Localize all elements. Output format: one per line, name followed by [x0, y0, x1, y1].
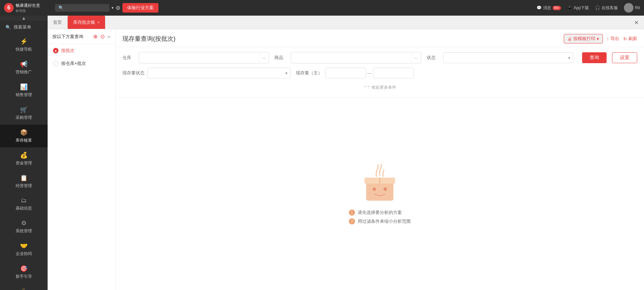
stock-amount-from-input[interactable] [325, 68, 366, 78]
goods-input-wrap: ··· [291, 52, 421, 64]
messages-badge: 99+ [553, 6, 561, 10]
sidebar-shortcuts-label: 快捷导航 [16, 47, 32, 52]
sidebar-item-search[interactable]: 🔍 搜索菜单 [0, 21, 48, 34]
refresh-label: 刷新 [628, 36, 637, 42]
header-search-box[interactable]: 🔍 [55, 4, 109, 12]
user-avatar [624, 3, 633, 13]
tab-bar: 首页 库存批次账 × ✕ [48, 16, 644, 29]
print-button[interactable]: 🖨 按模板打印 ▾ [564, 34, 603, 43]
warehouse-label: 仓库 [122, 55, 136, 61]
header-search-area: 🔍 ▾ ⚙ 体验行业方案 [55, 3, 533, 13]
logo-area: 6 畅康通好生意 标准版 [4, 3, 52, 13]
sidebar-enterprise-label: 企业协同 [16, 251, 32, 257]
sidebar-item-marketing[interactable]: 📢 营销推广 [0, 56, 48, 79]
scheme-collapse-icon[interactable]: « [107, 34, 111, 40]
empty-illustration [359, 163, 400, 204]
add-scheme-icon[interactable]: ⊕ [93, 33, 98, 40]
phone-icon: 📱 [567, 5, 572, 10]
logo-icon: 6 [4, 3, 14, 13]
query-button[interactable]: 查询 [582, 52, 607, 63]
scheme-dot-active: ● [53, 48, 58, 53]
sidebar-newbie-label: 新手引导 [16, 274, 32, 279]
sidebar-item-shortcuts[interactable]: ⚡ 快捷导航 [0, 34, 48, 56]
sidebar-marketing-label: 营销推广 [16, 69, 32, 75]
user-item[interactable]: Rit [624, 3, 640, 13]
sidebar-item-operations[interactable]: 📋 经营管理 [0, 170, 48, 193]
tab-home[interactable]: 首页 [48, 16, 68, 29]
svg-point-4 [384, 187, 387, 191]
page-content: 按以下方案查询 ⊕ ⊙ « ● 按批次 ○ 按仓库+批次 [48, 29, 644, 290]
cart-icon: 🛒 [20, 106, 28, 113]
stock-amount-dash: — [367, 71, 372, 76]
sidebar-scroll-up[interactable]: ▲ [0, 16, 48, 21]
sidebar-item-inventory[interactable]: 📦 库存核算 [0, 125, 48, 147]
sidebar-item-system[interactable]: ⚙ 系统管理 [0, 215, 48, 238]
messages-icon: 💬 [537, 5, 542, 10]
trial-button[interactable]: 体验行业方案 [122, 3, 158, 13]
status-label: 状态 [427, 55, 440, 61]
status-select[interactable] [443, 52, 573, 63]
goods-more-icon[interactable]: ··· [411, 52, 421, 63]
sidebar-item-purchase[interactable]: 🛒 采购管理 [0, 102, 48, 125]
stock-status-field: 现存量状态 ▾ [122, 68, 290, 78]
sidebar: ▲ 🔍 搜索菜单 ⚡ 快捷导航 📢 营销推广 📊 销售管理 🛒 采购管理 📦 库… [0, 16, 48, 290]
online-service-label: 在线客服 [601, 5, 618, 11]
tab-close-icon[interactable]: × [97, 20, 100, 25]
setting-button[interactable]: 设置 [612, 52, 637, 63]
printer-icon: 🖨 [567, 36, 572, 41]
step-1-text: 请先选择要分析的方案 [358, 210, 402, 216]
content-area: 首页 库存批次账 × ✕ 按以下方案查询 ⊕ ⊙ « [48, 16, 644, 290]
status-field: 状态 ▾ [427, 52, 573, 63]
left-panel-icons: ⊕ ⊙ « [93, 33, 111, 40]
scheme-item-warehouse-batch[interactable]: ○ 按仓库+批次 [48, 57, 115, 70]
sidebar-item-finance[interactable]: 💰 资金管理 [0, 147, 48, 170]
online-service-item[interactable]: 🎧 在线客服 [595, 5, 618, 11]
folder-icon: 🗂 [21, 197, 27, 204]
scheme-settings-icon[interactable]: ⊙ [100, 33, 105, 40]
goods-label: 商品 [274, 55, 288, 61]
sidebar-operations-label: 经营管理 [16, 183, 32, 189]
export-label: 导出 [610, 36, 619, 42]
messages-item[interactable]: 💬 消息 99+ [537, 5, 561, 11]
app-download-label: App下载 [574, 5, 589, 11]
sidebar-finance-label: 资金管理 [16, 160, 32, 166]
stock-amount-label: 现存量（主） [296, 70, 322, 76]
stock-amount-to-input[interactable] [373, 68, 414, 78]
megaphone-icon: 📢 [20, 60, 28, 68]
export-icon: ↑ [607, 36, 609, 41]
top-header: 6 畅康通好生意 标准版 🔍 ▾ ⚙ 体验行业方案 💬 消息 99+ 📱 App… [0, 0, 644, 16]
stock-status-select[interactable] [147, 68, 290, 78]
sidebar-item-sales[interactable]: 📊 销售管理 [0, 79, 48, 102]
warehouse-input[interactable] [139, 52, 259, 63]
print-dropdown-icon: ▾ [597, 36, 599, 41]
export-button[interactable]: ↑ 导出 [607, 36, 620, 42]
scheme-warehouse-batch-label: 按仓库+批次 [61, 60, 86, 67]
sidebar-purchase-label: 采购管理 [16, 115, 32, 121]
sidebar-item-enterprise[interactable]: 🤝 企业协同 [0, 238, 48, 261]
refresh-icon: ↻ [623, 36, 627, 41]
sidebar-item-basic[interactable]: 🗂 基础信息 [0, 193, 48, 215]
main-layout: ▲ 🔍 搜索菜单 ⚡ 快捷导航 📢 营销推广 📊 销售管理 🛒 采购管理 📦 库… [0, 16, 644, 290]
sidebar-item-newbie[interactable]: 🎯 新手引导 [0, 261, 48, 284]
warehouse-input-wrap: ··· [139, 52, 269, 64]
scheme-dot-grey: ○ [53, 61, 58, 66]
sidebar-item-appstore[interactable]: 📱 应用中心 [0, 284, 48, 290]
header-gear-icon[interactable]: ⚙ [116, 5, 120, 11]
tab-right-close-icon[interactable]: ✕ [634, 19, 639, 25]
empty-steps: 1 请先选择要分析的方案 2 用过滤条件来缩小分析范围 [349, 210, 411, 224]
header-dropdown-btn[interactable]: ▾ [112, 5, 114, 10]
filter-row-2: 现存量状态 ▾ 现存量（主） — [122, 68, 637, 78]
empty-step-2: 2 用过滤条件来缩小分析范围 [349, 218, 411, 224]
goods-input[interactable] [291, 52, 411, 63]
app-download-item[interactable]: 📱 App下载 [567, 5, 589, 11]
scheme-item-batch[interactable]: ● 按批次 [48, 44, 115, 57]
search-icon: 🔍 [5, 25, 11, 30]
refresh-button[interactable]: ↻ 刷新 [623, 36, 637, 42]
money-icon: 💰 [20, 151, 28, 159]
left-panel-title: 按以下方案查询 [52, 34, 83, 40]
app-version: 标准版 [16, 8, 40, 13]
collapse-filter-button[interactable]: ⌃⌃ 收起更多条件 [122, 83, 637, 92]
tab-inventory-batch[interactable]: 库存批次账 × [68, 16, 105, 29]
page-title: 现存量查询(按批次) [122, 35, 175, 43]
warehouse-more-icon[interactable]: ··· [259, 52, 269, 63]
